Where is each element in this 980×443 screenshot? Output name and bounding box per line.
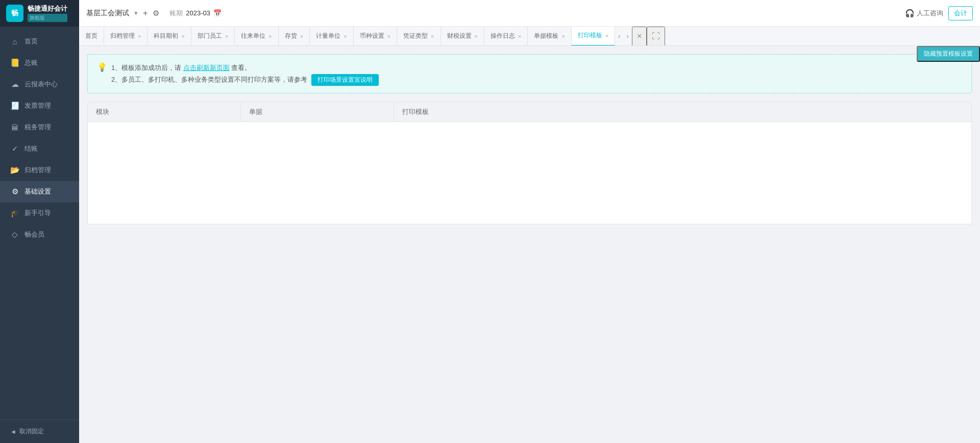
sidebar-footer-label: 取消固定 [19, 427, 44, 436]
tab-subject-init[interactable]: 科目期初× [148, 27, 191, 46]
table-col-voucher: 单据 [241, 102, 394, 122]
tab-label-subject-init: 科目期初 [154, 32, 178, 40]
tab-close-archive-mgmt[interactable]: × [138, 33, 141, 39]
hide-template-settings-button[interactable]: 隐藏预置模板设置 [917, 46, 980, 62]
tab-currency[interactable]: 币种设置× [354, 27, 397, 46]
nav-label-guide: 新手引导 [24, 208, 51, 218]
notice-line2: 2、多员工、多打印机、多种业务类型设置不同打印方案等，请参考 打印场景设置宣说明 [111, 74, 379, 86]
topbar-period-label: 账期 [169, 9, 183, 18]
tab-label-dept-staff: 部门员工 [198, 32, 222, 40]
tab-close-all-button[interactable]: × [632, 27, 647, 46]
nav-icon-invoice: 🧾 [10, 101, 19, 110]
tab-next-button[interactable]: › [624, 27, 632, 46]
tab-measure-unit[interactable]: 计量单位× [310, 27, 353, 46]
tab-close-voucher-type[interactable]: × [431, 33, 434, 39]
topbar-service-button[interactable]: 🎧 人工咨询 [905, 9, 943, 18]
tab-counter-party[interactable]: 往来单位× [235, 27, 278, 46]
tab-dept-staff[interactable]: 部门员工× [191, 27, 235, 46]
sidebar-logo: 畅 畅捷通好会计 旗舰版 [0, 0, 79, 27]
notice-line1: 1、模板添加成功后，请 点击刷新新页面 查看。 [111, 62, 379, 74]
tab-operation-log[interactable]: 操作日志× [484, 27, 528, 46]
notice-line1-prefix: 1、模板添加成功后，请 [111, 64, 181, 72]
notice-line1-link[interactable]: 点击刷新新页面 [183, 64, 230, 72]
tab-print-template[interactable]: 打印模板× [572, 27, 615, 46]
tab-close-voucher-template[interactable]: × [561, 33, 565, 39]
topbar-add-button[interactable]: + [143, 9, 148, 18]
tab-close-print-template[interactable]: × [605, 33, 608, 39]
nav-label-checkout: 结账 [24, 144, 38, 153]
nav-label-archive: 归档管理 [24, 166, 51, 175]
topbar: 基层工会测试 ▾ + ⚙ 账期 2023-03 📅 🎧 人工咨询 会计 [79, 0, 980, 27]
nav-icon-settings: ⚙ [10, 187, 19, 196]
tab-label-currency: 币种设置 [360, 32, 384, 40]
tab-voucher-type[interactable]: 凭证类型× [397, 27, 440, 46]
notice-line1-suffix: 查看。 [231, 64, 251, 72]
tab-close-operation-log[interactable]: × [518, 33, 521, 39]
topbar-dropdown-icon[interactable]: ▾ [134, 9, 138, 17]
tab-label-operation-log: 操作日志 [491, 32, 515, 40]
topbar-service-label: 人工咨询 [917, 9, 943, 18]
sidebar-item-tax[interactable]: 🏛税务管理 [0, 116, 79, 138]
tab-inventory[interactable]: 存货× [279, 27, 310, 46]
tab-label-voucher-template: 单据模板 [534, 32, 558, 40]
print-scene-button[interactable]: 打印场景设置宣说明 [311, 74, 379, 86]
logo-text: 畅捷通好会计 旗舰版 [28, 5, 67, 22]
nav-icon-reports: ☁ [10, 80, 19, 89]
table-col-template: 打印模板 [394, 102, 971, 122]
main-area: 基层工会测试 ▾ + ⚙ 账期 2023-03 📅 🎧 人工咨询 会计 首页归档… [79, 0, 980, 443]
nav-label-settings: 基础设置 [24, 187, 51, 196]
topbar-calendar-icon[interactable]: 📅 [213, 9, 222, 17]
sidebar-nav: ⌂首页📒总账☁云报表中心🧾发票管理🏛税务管理✓结账📂归档管理⚙基础设置🎓新手引导… [0, 27, 79, 419]
tab-label-voucher-type: 凭证类型 [403, 32, 428, 40]
sidebar-item-ledger[interactable]: 📒总账 [0, 52, 79, 74]
tab-archive-mgmt[interactable]: 归档管理× [104, 27, 148, 46]
tab-close-currency[interactable]: × [387, 33, 390, 39]
sidebar-item-member[interactable]: ◇畅会员 [0, 224, 79, 245]
tab-label-inventory: 存货 [285, 32, 297, 40]
sidebar-item-checkout[interactable]: ✓结账 [0, 138, 79, 159]
table-header: 模块 单据 打印模板 [87, 102, 972, 122]
tab-label-print-template: 打印模板 [578, 31, 602, 40]
tab-expand-button[interactable]: ⛶ [647, 27, 665, 46]
topbar-settings-button[interactable]: ⚙ [153, 9, 159, 18]
nav-label-home: 首页 [24, 37, 38, 46]
tab-prev-button[interactable]: ‹ [615, 27, 623, 46]
nav-icon-member: ◇ [10, 230, 19, 239]
tab-close-subject-init[interactable]: × [181, 33, 184, 39]
sidebar-item-guide[interactable]: 🎓新手引导 [0, 202, 79, 224]
notice-line2-prefix: 2、多员工、多打印机、多种业务类型设置不同打印方案等，请参考 [111, 76, 307, 83]
tab-home[interactable]: 首页 [79, 27, 104, 46]
sidebar: 畅 畅捷通好会计 旗舰版 ⌂首页📒总账☁云报表中心🧾发票管理🏛税务管理✓结账📂归… [0, 0, 79, 443]
sidebar-item-settings[interactable]: ⚙基础设置 [0, 181, 79, 202]
nav-icon-home: ⌂ [10, 37, 19, 46]
tab-label-home: 首页 [85, 32, 97, 40]
bulb-icon: 💡 [97, 62, 107, 72]
sidebar-item-home[interactable]: ⌂首页 [0, 31, 79, 52]
nav-label-reports: 云报表中心 [24, 80, 58, 89]
sidebar-item-invoice[interactable]: 🧾发票管理 [0, 95, 79, 116]
nav-label-invoice: 发票管理 [24, 101, 51, 110]
headset-icon: 🎧 [905, 9, 915, 18]
print-template-table: 模块 单据 打印模板 [87, 102, 972, 224]
sidebar-item-archive[interactable]: 📂归档管理 [0, 159, 79, 181]
tabbar: 首页归档管理×科目期初×部门员工×往来单位×存货×计量单位×币种设置×凭证类型×… [79, 27, 980, 46]
notice-row: 💡 1、模板添加成功后，请 点击刷新新页面 查看。 2、多员工、多打印机、多种业… [97, 62, 962, 86]
tab-tax-settings[interactable]: 财税设置× [441, 27, 484, 46]
nav-icon-archive: 📂 [10, 166, 19, 175]
topbar-period: 账期 2023-03 📅 [169, 9, 222, 18]
notice-box: 💡 1、模板添加成功后，请 点击刷新新页面 查看。 2、多员工、多打印机、多种业… [87, 54, 972, 94]
sidebar-footer[interactable]: ◄ 取消固定 [0, 419, 79, 443]
sidebar-item-reports[interactable]: ☁云报表中心 [0, 74, 79, 95]
nav-icon-ledger: 📒 [10, 58, 19, 67]
table-body [87, 122, 972, 224]
tab-voucher-template[interactable]: 单据模板× [528, 27, 571, 46]
tab-close-measure-unit[interactable]: × [344, 33, 347, 39]
topbar-right: 🎧 人工咨询 会计 [905, 6, 973, 20]
tab-close-inventory[interactable]: × [300, 33, 303, 39]
tab-close-tax-settings[interactable]: × [475, 33, 478, 39]
tab-close-dept-staff[interactable]: × [225, 33, 228, 39]
tab-label-tax-settings: 财税设置 [447, 32, 472, 40]
notice-content: 1、模板添加成功后，请 点击刷新新页面 查看。 2、多员工、多打印机、多种业务类… [111, 62, 379, 86]
tab-close-counter-party[interactable]: × [268, 33, 272, 39]
account-button[interactable]: 会计 [948, 6, 973, 20]
